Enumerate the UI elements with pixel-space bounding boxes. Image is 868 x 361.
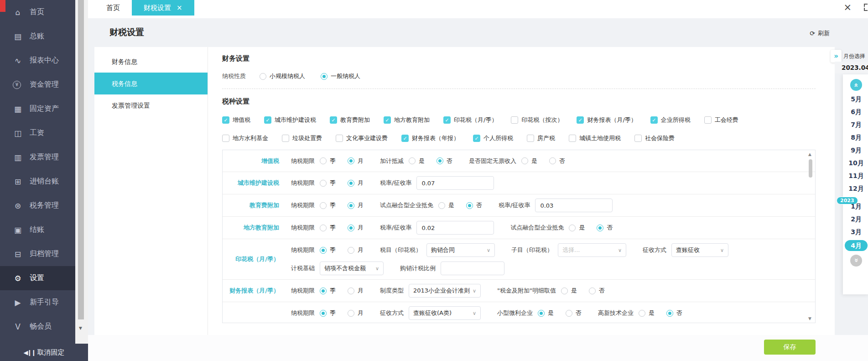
month-9月[interactable]: 9月 <box>851 146 862 155</box>
checkbox-文化事业建设费[interactable]: 文化事业建设费 <box>336 134 388 142</box>
subnav-item-发票管理设置[interactable]: 发票管理设置 <box>94 94 208 116</box>
month-5月[interactable]: 5月 <box>851 94 862 104</box>
month-4月[interactable]: 4月 <box>845 240 868 251</box>
radio-option-否[interactable]: 否 <box>589 287 605 295</box>
radio-option-月[interactable]: 月 <box>348 201 364 209</box>
radio-option-月[interactable]: 月 <box>348 224 364 232</box>
field-input[interactable] <box>416 176 494 190</box>
tax-name-link[interactable]: 增值税 <box>223 157 291 165</box>
field-input[interactable] <box>535 199 613 212</box>
tax-name-link[interactable]: 城市维护建设税 <box>223 179 291 187</box>
radio-option-季[interactable]: 季 <box>320 201 336 209</box>
radio-option-月[interactable]: 月 <box>348 287 364 295</box>
unpin-sidebar-button[interactable]: ◀❙❙ 取消固定 <box>0 344 88 361</box>
table-scrollbar-thumb[interactable] <box>809 159 812 178</box>
sidebar-item-funds[interactable]: ¥资金管理 <box>0 73 75 97</box>
sidebar-item-payroll[interactable]: ◫工资 <box>0 121 75 145</box>
month-11月[interactable]: 11月 <box>848 171 863 180</box>
radio-option-小规模纳税人[interactable]: 小规模纳税人 <box>260 72 305 80</box>
radio-option-是[interactable]: 是 <box>521 157 537 165</box>
checkbox-工会经费[interactable]: 工会经费 <box>704 116 738 124</box>
window-close-icon[interactable]: × <box>843 2 852 13</box>
radio-option-是[interactable]: 是 <box>409 157 425 165</box>
radio-option-季[interactable]: 季 <box>320 179 336 187</box>
field-select[interactable]: 选择...∨ <box>558 243 626 257</box>
radio-option-一般纳税人[interactable]: 一般纳税人 <box>321 72 360 80</box>
tax-name-link[interactable]: 财务报表（月/季） <box>223 287 291 295</box>
radio-option-季[interactable]: 季 <box>320 246 336 254</box>
radio-option-是[interactable]: 是 <box>561 287 577 295</box>
tab-首页[interactable]: 首页 <box>94 0 132 16</box>
checkbox-地方教育附加[interactable]: ✓地方教育附加 <box>384 116 430 124</box>
checkbox-城镇土地使用税[interactable]: 城镇土地使用税 <box>569 134 621 142</box>
checkbox-教育费附加[interactable]: ✓教育费附加 <box>330 116 370 124</box>
scroll-down-icon[interactable]: ▼ <box>808 316 811 321</box>
tax-name-link[interactable]: 教育费附加 <box>223 201 291 209</box>
field-select[interactable]: 查账征收∨ <box>671 243 728 257</box>
sidebar-item-closing[interactable]: ▣结账 <box>0 218 75 242</box>
checkbox-印花税（按次）[interactable]: 印花税（按次） <box>511 116 563 124</box>
radio-option-月[interactable]: 月 <box>348 309 364 317</box>
checkbox-个人所得税[interactable]: ✓个人所得税 <box>473 134 513 142</box>
radio-option-否[interactable]: 否 <box>466 201 482 209</box>
field-input[interactable] <box>416 221 494 235</box>
radio-option-月[interactable]: 月 <box>348 157 364 165</box>
sidebar-item-fixed-assets[interactable]: ▦固定资产 <box>0 97 75 121</box>
field-select[interactable]: 查账征收(A类)∨ <box>409 306 481 320</box>
month-12月[interactable]: 12月 <box>848 184 863 193</box>
field-select[interactable]: 销项不含税金额∨ <box>320 262 384 275</box>
radio-option-是[interactable]: 是 <box>538 309 554 317</box>
checkbox-印花税（月/季）[interactable]: ✓印花税（月/季） <box>443 116 497 124</box>
radio-option-季[interactable]: 季 <box>320 287 336 295</box>
radio-option-否[interactable]: 否 <box>666 309 682 317</box>
scrollbar-down-icon[interactable]: ▼ <box>79 326 82 330</box>
month-2月[interactable]: 2月 <box>851 215 862 224</box>
collapse-panel-button[interactable]: » <box>831 50 842 63</box>
radio-option-是[interactable]: 是 <box>569 224 585 232</box>
scrollbar-thumb[interactable] <box>78 0 84 319</box>
refresh-button[interactable]: ⟳ 刷新 <box>810 29 830 37</box>
month-1月[interactable]: 1月 <box>851 202 862 211</box>
sidebar-item-purchase-sales[interactable]: ⊞进销台账 <box>0 169 75 194</box>
month-8月[interactable]: 8月 <box>851 133 862 142</box>
checkbox-企业所得税[interactable]: ✓企业所得税 <box>650 116 691 124</box>
sidebar-item-invoice[interactable]: ▥发票管理 <box>0 145 75 169</box>
tab-close-icon[interactable]: × <box>177 4 182 12</box>
radio-option-月[interactable]: 月 <box>348 179 364 187</box>
month-3月[interactable]: 3月 <box>851 227 862 236</box>
months-scroll-down-button[interactable]: « <box>850 255 862 267</box>
subnav-item-税务信息[interactable]: 税务信息 <box>94 73 208 94</box>
radio-option-季[interactable]: 季 <box>320 157 336 165</box>
tax-name-link[interactable]: 地方教育附加 <box>223 224 291 232</box>
month-7月[interactable]: 7月 <box>851 120 862 129</box>
radio-option-季[interactable]: 季 <box>320 224 336 232</box>
field-select[interactable]: 购销合同∨ <box>426 243 495 257</box>
subnav-item-财务信息[interactable]: 财务信息 <box>94 51 208 73</box>
checkbox-地方水利基金[interactable]: 地方水利基金 <box>222 134 268 142</box>
sidebar-item-report-center[interactable]: ∿报表中心 <box>0 48 75 73</box>
sidebar-item-archive[interactable]: ⊟归档管理 <box>0 242 75 266</box>
month-6月[interactable]: 6月 <box>851 107 862 116</box>
tab-财税设置[interactable]: 财税设置× <box>132 0 194 16</box>
radio-option-否[interactable]: 否 <box>566 309 582 317</box>
months-scroll-up-button[interactable]: « <box>850 79 862 91</box>
radio-option-否[interactable]: 否 <box>437 157 452 165</box>
radio-option-否[interactable]: 否 <box>597 224 613 232</box>
radio-option-是[interactable]: 是 <box>438 201 454 209</box>
checkbox-财务报表（月/季）[interactable]: ✓财务报表（月/季） <box>577 116 636 124</box>
sidebar-item-guide[interactable]: ▶新手引导 <box>0 290 75 314</box>
sidebar-item-tax[interactable]: ⊛税务管理 <box>0 194 75 218</box>
sidebar-item-home[interactable]: ⌂首页 <box>0 0 75 24</box>
sidebar-item-membership[interactable]: Ⅴ畅会员 <box>0 314 75 339</box>
window-expand-icon[interactable] <box>864 4 868 11</box>
field-select[interactable]: 2013小企业会计准则∨ <box>409 284 481 298</box>
checkbox-社会保险费[interactable]: 社会保险费 <box>634 134 675 142</box>
radio-option-否[interactable]: 否 <box>549 157 565 165</box>
checkbox-财务报表（年报）[interactable]: ✓财务报表（年报） <box>401 134 459 142</box>
checkbox-增值税[interactable]: ✓增值税 <box>222 116 250 124</box>
field-input[interactable] <box>441 262 504 275</box>
month-10月[interactable]: 10月 <box>848 158 863 167</box>
checkbox-城市维护建设税[interactable]: ✓城市维护建设税 <box>264 116 316 124</box>
save-button[interactable]: 保存 <box>764 340 816 355</box>
radio-option-是[interactable]: 是 <box>639 309 655 317</box>
